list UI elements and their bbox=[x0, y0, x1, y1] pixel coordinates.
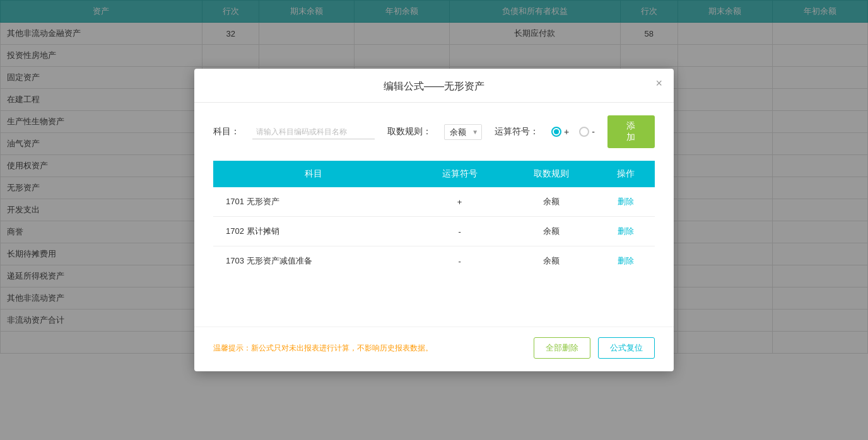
rule-label: 取数规则： bbox=[387, 126, 431, 137]
formula-subject: 1702 累计摊销 bbox=[213, 217, 414, 246]
formula-rule: 余额 bbox=[505, 217, 597, 246]
radio-minus[interactable]: - bbox=[579, 127, 595, 137]
radio-plus[interactable]: + bbox=[551, 127, 569, 137]
radio-circle-plus bbox=[551, 127, 561, 137]
tip-prefix: 温馨提示： bbox=[213, 344, 251, 352]
rule-select[interactable]: 余额 借方 贷方 bbox=[444, 124, 482, 140]
delete-link[interactable]: 删除 bbox=[618, 256, 634, 265]
add-button[interactable]: 添加 bbox=[607, 115, 655, 148]
formula-row: 1701 无形资产 + 余额 删除 bbox=[213, 187, 655, 217]
formula-action[interactable]: 删除 bbox=[597, 217, 655, 246]
delete-link[interactable]: 删除 bbox=[618, 226, 634, 236]
col-header-operator: 运算符号 bbox=[414, 161, 505, 187]
reset-formula-button[interactable]: 公式复位 bbox=[598, 337, 655, 359]
footer-tip: 温馨提示：新公式只对未出报表进行计算，不影响历史报表数据。 bbox=[213, 343, 433, 354]
modal-footer: 温馨提示：新公式只对未出报表进行计算，不影响历史报表数据。 全部删除 公式复位 bbox=[194, 327, 674, 371]
delete-all-button[interactable]: 全部删除 bbox=[534, 337, 590, 359]
modal-title: 编辑公式——无形资产 bbox=[384, 81, 484, 91]
radio-plus-label: + bbox=[564, 127, 569, 137]
formula-rule: 余额 bbox=[505, 187, 597, 217]
operator-radio-group: + - bbox=[551, 127, 595, 137]
modal-body: 科目： 取数规则： 余额 借方 贷方 ▼ 运算符号： + bbox=[194, 103, 674, 327]
operator-label: 运算符号： bbox=[495, 126, 539, 137]
formula-row: 1703 无形资产减值准备 - 余额 删除 bbox=[213, 246, 655, 276]
radio-circle-minus bbox=[579, 127, 589, 137]
subject-input[interactable] bbox=[252, 124, 375, 139]
formula-action[interactable]: 删除 bbox=[597, 187, 655, 217]
tip-text: 新公式只对未出报表进行计算，不影响历史报表数据。 bbox=[251, 344, 433, 352]
modal-overlay: 编辑公式——无形资产 × 科目： 取数规则： 余额 借方 贷方 ▼ 运算符号： bbox=[0, 0, 868, 440]
col-header-rule: 取数规则 bbox=[505, 161, 597, 187]
modal-header: 编辑公式——无形资产 × bbox=[194, 69, 674, 103]
subject-label: 科目： bbox=[213, 126, 240, 137]
formula-row: 1702 累计摊销 - 余额 删除 bbox=[213, 217, 655, 246]
delete-link[interactable]: 删除 bbox=[618, 197, 634, 206]
col-header-subject: 科目 bbox=[213, 161, 414, 187]
formula-operator: + bbox=[414, 187, 505, 217]
formula-subject: 1701 无形资产 bbox=[213, 187, 414, 217]
formula-operator: - bbox=[414, 246, 505, 276]
edit-formula-modal: 编辑公式——无形资产 × 科目： 取数规则： 余额 借方 贷方 ▼ 运算符号： bbox=[194, 69, 674, 371]
col-header-action: 操作 bbox=[597, 161, 655, 187]
formula-table: 科目 运算符号 取数规则 操作 1701 无形资产 + 余额 删除 1702 累… bbox=[213, 161, 655, 275]
radio-minus-label: - bbox=[592, 127, 595, 137]
formula-operator: - bbox=[414, 217, 505, 246]
footer-buttons: 全部删除 公式复位 bbox=[534, 337, 655, 359]
formula-subject: 1703 无形资产减值准备 bbox=[213, 246, 414, 276]
modal-close-button[interactable]: × bbox=[655, 78, 662, 89]
form-row: 科目： 取数规则： 余额 借方 贷方 ▼ 运算符号： + bbox=[213, 115, 655, 148]
rule-select-wrapper[interactable]: 余额 借方 贷方 ▼ bbox=[444, 124, 482, 140]
formula-rule: 余额 bbox=[505, 246, 597, 276]
formula-action[interactable]: 删除 bbox=[597, 246, 655, 276]
